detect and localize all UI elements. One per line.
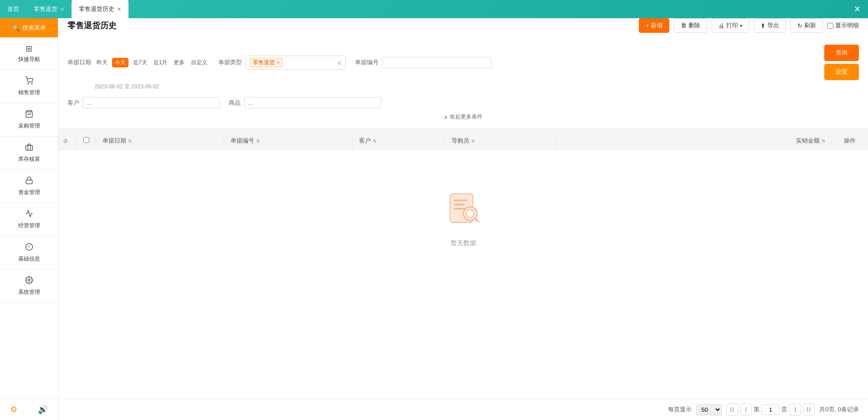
sidebar-item-quick-nav[interactable]: ⊞ 快捷导航 [0, 37, 58, 70]
date-btn-yesterday[interactable]: 昨天 [95, 58, 109, 67]
sidebar-item-basic-info[interactable]: 基础信息 [0, 236, 58, 270]
tab-retail-return-close[interactable]: ✕ [60, 6, 64, 12]
delete-button[interactable]: 🗑 删除 [674, 18, 707, 33]
top-bar: 首页 零售退货 ✕ 零售退货历史 ✕ ✕ [0, 0, 868, 18]
sidebar-item-operation-label: 经营管理 [18, 222, 40, 230]
goods-label: 商品 [229, 99, 241, 107]
new-button[interactable]: + 新增 [639, 18, 669, 33]
sidebar: 🔍 搜索菜单 ⊞ 快捷导航 销售管理 采购管理 库存核算 [0, 18, 58, 420]
sidebar-item-sys-mgmt[interactable]: 系统管理 [0, 270, 58, 303]
page-label: 第 [754, 405, 760, 414]
th-amount[interactable]: 实销金额 ⇅ [555, 132, 832, 150]
type-label: 单据类型 [218, 58, 242, 67]
sidebar-item-sales-mgmt[interactable]: 销售管理 [0, 70, 58, 103]
th-customer[interactable]: 客户 ⇅ [353, 132, 445, 150]
date-shortcuts: 昨天 今天 近7天 近1月 更多 自定义 [95, 58, 209, 67]
svg-point-8 [28, 279, 30, 282]
th-voucher-label: 单据编号 [231, 137, 254, 145]
th-guide-sort: ⇅ [471, 138, 475, 143]
print-dropdown-icon: ▾ [740, 23, 742, 28]
page-input[interactable] [761, 405, 780, 415]
th-voucher[interactable]: 单据编号 ⇅ [224, 132, 353, 150]
query-button[interactable]: 查询 [824, 45, 859, 61]
customer-input[interactable] [83, 97, 220, 108]
voucher-input[interactable] [382, 57, 492, 68]
date-range-row: 2023-06-02 至 2023-06-02 [67, 81, 859, 92]
export-button[interactable]: ⬆ 导出 [754, 18, 786, 33]
main-layout: 🔍 搜索菜单 ⊞ 快捷导航 销售管理 采购管理 库存核算 [0, 18, 868, 420]
tab-list: 首页 零售退货 ✕ 零售退货历史 ✕ [0, 0, 854, 18]
customer-filter: 客户 [67, 97, 220, 108]
voucher-label: 单据编号 [355, 58, 379, 67]
show-detail-checkbox[interactable]: 显示明细 [827, 21, 859, 30]
toolbar: + 新增 🗑 删除 🖨 🖨 打印 打印 ▾ ⬆ 导出 ↻ 刷新 [639, 18, 859, 33]
svg-rect-12 [454, 208, 465, 210]
th-date[interactable]: 单据日期 ⇅ [96, 132, 224, 150]
divider [58, 128, 868, 128]
date-filter: 单据日期 昨天 今天 近7天 近1月 更多 自定义 [67, 58, 209, 67]
gear-icon[interactable]: ⚙ [10, 405, 17, 415]
type-dropdown-icon: ∨ [337, 59, 342, 66]
quick-nav-icon: ⊞ [26, 44, 32, 54]
sidebar-item-finance[interactable]: 资金管理 [0, 170, 58, 203]
sidebar-item-operation[interactable]: 经营管理 [0, 203, 58, 236]
print-button[interactable]: 🖨 🖨 打印 打印 ▾ [712, 18, 749, 33]
page-next-btn[interactable]: ⟩ [789, 404, 801, 415]
th-action: 操作 [832, 132, 868, 150]
purchase-mgmt-icon [25, 110, 33, 120]
type-select[interactable]: 零售退货 × ∨ [246, 56, 346, 70]
th-checkbox[interactable] [77, 132, 96, 150]
customer-label: 客户 [67, 99, 79, 107]
sidebar-item-inventory[interactable]: 库存核算 [0, 137, 58, 170]
refresh-button[interactable]: ↻ 刷新 [791, 18, 823, 33]
tab-retail-return-history-close[interactable]: ✕ [117, 6, 121, 12]
filter-area: 单据日期 昨天 今天 近7天 近1月 更多 自定义 单据类型 [67, 38, 859, 128]
top-bar-close[interactable]: ✕ [854, 4, 868, 14]
gear-icon[interactable]: ⚙ [63, 138, 68, 144]
date-btn-7days[interactable]: 近7天 [131, 58, 149, 67]
filter-row-1: 单据日期 昨天 今天 近7天 近1月 更多 自定义 单据类型 [67, 43, 859, 82]
sidebar-item-basic-label: 基础信息 [18, 255, 40, 263]
page-first-btn[interactable]: ⟨⟨ [726, 404, 738, 415]
page-last-btn[interactable]: ⟩⟩ [803, 404, 815, 415]
sidebar-item-purchase-mgmt[interactable]: 采购管理 [0, 103, 58, 137]
date-btn-1month[interactable]: 近1月 [152, 58, 169, 67]
refresh-icon: ↻ [797, 22, 802, 29]
date-btn-more[interactable]: 更多 [172, 58, 186, 67]
type-tag-close[interactable]: × [277, 60, 279, 65]
tab-retail-return-history[interactable]: 零售退货历史 ✕ [72, 0, 128, 18]
page-nav: ⟨⟨ ⟨ 第 页 ⟩ ⟩⟩ [726, 404, 815, 415]
show-detail-label: 显示明细 [835, 21, 859, 30]
empty-text: 暂无数据 [451, 239, 476, 247]
sidebar-search-label: 搜索菜单 [22, 24, 46, 32]
finance-icon [25, 176, 33, 187]
th-guide[interactable]: 导购员 ⇅ [445, 132, 555, 150]
empty-state: 暂无数据 [58, 150, 868, 266]
print-icon: 🖨 [719, 22, 724, 29]
empty-illustration [441, 186, 486, 232]
collapse-more[interactable]: ∧ 收起更多条件 [67, 110, 859, 123]
th-date-sort: ⇅ [128, 138, 132, 143]
per-page-select[interactable]: 50 100 200 [696, 404, 722, 415]
select-all-checkbox[interactable] [83, 137, 89, 143]
date-label: 单据日期 [67, 58, 91, 67]
goods-input[interactable] [244, 97, 381, 108]
date-btn-custom[interactable]: 自定义 [189, 58, 209, 67]
tab-retail-return[interactable]: 零售退货 ✕ [26, 0, 72, 18]
page-title: 零售退货历史 [67, 20, 117, 31]
date-btn-today[interactable]: 今天 [112, 58, 128, 67]
per-page-label: 每页显示 [668, 405, 692, 414]
page-prev-btn[interactable]: ⟨ [740, 404, 752, 415]
svg-rect-3 [26, 145, 32, 150]
svg-rect-11 [454, 204, 464, 205]
voucher-filter: 单据编号 [355, 57, 492, 68]
query-buttons: 查询 设置 [824, 45, 859, 80]
setting-button[interactable]: 设置 [824, 64, 859, 80]
th-gear[interactable]: ⚙ [58, 132, 77, 150]
sidebar-search[interactable]: 🔍 搜索菜单 [0, 18, 58, 37]
volume-icon[interactable]: 🔊 [38, 405, 48, 415]
tab-home[interactable]: 首页 [0, 0, 26, 18]
collapse-icon: ∧ [444, 114, 448, 120]
th-amount-sort: ⇅ [822, 138, 825, 143]
show-detail-input[interactable] [827, 23, 833, 29]
